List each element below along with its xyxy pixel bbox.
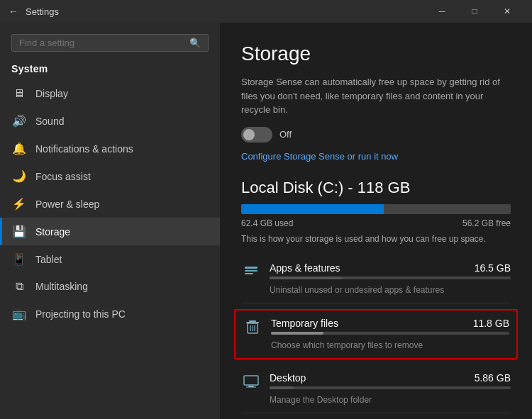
apps-size: 16.5 GB (475, 262, 511, 274)
sidebar-section-title: System (0, 60, 220, 80)
desktop-info: Desktop 5.86 GB Manage the Desktop folde… (270, 372, 511, 406)
usage-bar (241, 204, 511, 214)
sidebar-item-label-power-sleep: Power & sleep (35, 199, 99, 210)
storage-item-temp[interactable]: Temporary files 11.8 GB Choose which tem… (234, 309, 518, 359)
desktop-bar (270, 386, 511, 389)
free-label: 56.2 GB free (462, 218, 511, 228)
sidebar-item-focus-assist[interactable]: 🌙 Focus assist (0, 162, 220, 190)
sound-icon: 🔊 (11, 114, 27, 128)
sidebar-item-multitasking[interactable]: ⧉ Multitasking (0, 273, 220, 300)
temp-icon (243, 319, 262, 340)
content-area: Storage Storage Sense can automatically … (220, 23, 532, 419)
temp-info: Temporary files 11.8 GB Choose which tem… (271, 318, 509, 351)
sidebar-item-label-focus-assist: Focus assist (35, 171, 91, 182)
notifications-icon: 🔔 (11, 142, 27, 155)
svg-rect-1 (245, 270, 257, 272)
temp-bar-fill (271, 332, 323, 335)
svg-rect-9 (244, 376, 258, 385)
sidebar-item-tablet[interactable]: 📱 Tablet (0, 245, 220, 273)
toggle-label: Off (279, 129, 292, 140)
temp-bar (271, 332, 509, 335)
main-layout: 🔍 System 🖥 Display 🔊 Sound 🔔 Notificatio… (0, 23, 532, 419)
sidebar-item-sound[interactable]: 🔊 Sound (0, 107, 220, 135)
temp-header: Temporary files 11.8 GB (271, 318, 509, 329)
used-label: 62.4 GB used (241, 218, 293, 228)
sidebar-item-label-projecting: Projecting to this PC (35, 308, 126, 320)
desktop-icon (241, 374, 261, 393)
sidebar-item-display[interactable]: 🖥 Display (0, 80, 220, 107)
sidebar-item-label-storage: Storage (35, 226, 70, 238)
apps-header: Apps & features 16.5 GB (270, 262, 511, 274)
focus-assist-icon: 🌙 (11, 169, 27, 183)
title-bar: ← Settings ─ □ ✕ (0, 0, 532, 23)
sidebar-item-label-sound: Sound (35, 116, 64, 127)
storage-item-apps[interactable]: Apps & features 16.5 GB Uninstall unused… (241, 255, 511, 303)
window-controls: ─ □ ✕ (426, 0, 523, 23)
window-title: Settings (26, 6, 426, 17)
svg-rect-2 (245, 273, 253, 274)
sidebar-item-projecting[interactable]: 📺 Projecting to this PC (0, 300, 220, 328)
usage-bar-fill (241, 204, 384, 214)
usage-note: This is how your storage is used and how… (241, 234, 511, 244)
sidebar-item-label-tablet: Tablet (35, 254, 62, 265)
svg-rect-4 (249, 320, 256, 322)
sidebar-item-storage[interactable]: 💾 Storage (0, 218, 220, 245)
usage-labels: 62.4 GB used 56.2 GB free (241, 218, 511, 228)
display-icon: 🖥 (11, 87, 27, 100)
apps-desc: Uninstall unused or undesired apps & fea… (270, 285, 444, 295)
desktop-bar-fill (270, 386, 294, 389)
svg-rect-0 (245, 267, 257, 269)
apps-info: Apps & features 16.5 GB Uninstall unused… (270, 262, 511, 296)
back-button[interactable]: ← (9, 6, 18, 17)
storage-item-desktop[interactable]: Desktop 5.86 GB Manage the Desktop folde… (241, 365, 511, 413)
desktop-header: Desktop 5.86 GB (270, 372, 511, 384)
search-icon: 🔍 (189, 38, 201, 48)
storage-icon: 💾 (11, 225, 27, 238)
temp-desc: Choose which temporary files to remove (271, 340, 423, 350)
search-input[interactable] (19, 38, 189, 48)
maximize-button[interactable]: □ (458, 0, 491, 23)
temp-name: Temporary files (271, 318, 338, 329)
storage-sense-toggle-row: Off (241, 127, 511, 143)
desktop-name: Desktop (270, 372, 306, 384)
desktop-size: 5.86 GB (475, 372, 511, 384)
apps-name: Apps & features (270, 262, 340, 274)
temp-size: 11.8 GB (473, 318, 509, 329)
sidebar-item-notifications[interactable]: 🔔 Notifications & actions (0, 135, 220, 162)
projecting-icon: 📺 (11, 307, 27, 320)
close-button[interactable]: ✕ (491, 0, 523, 23)
storage-sense-description: Storage Sense can automatically free up … (241, 75, 511, 117)
desktop-desc: Manage the Desktop folder (270, 395, 372, 405)
configure-storage-sense-link[interactable]: Configure Storage Sense or run it now (241, 151, 398, 162)
sidebar: 🔍 System 🖥 Display 🔊 Sound 🔔 Notificatio… (0, 23, 220, 419)
sidebar-item-label-display: Display (35, 88, 68, 99)
toggle-knob (243, 129, 255, 140)
sidebar-item-power-sleep[interactable]: ⚡ Power & sleep (0, 190, 220, 218)
page-title: Storage (241, 43, 511, 65)
sidebar-item-label-notifications: Notifications & actions (35, 143, 133, 155)
search-box[interactable]: 🔍 (11, 34, 209, 52)
sidebar-item-label-multitasking: Multitasking (35, 281, 88, 292)
multitasking-icon: ⧉ (11, 280, 27, 293)
storage-sense-toggle[interactable] (241, 127, 272, 143)
disk-title: Local Disk (C:) - 118 GB (241, 179, 511, 197)
tablet-icon: 📱 (11, 252, 27, 266)
apps-bar-fill (270, 276, 342, 279)
apps-bar (270, 276, 511, 279)
minimize-button[interactable]: ─ (426, 0, 458, 23)
power-sleep-icon: ⚡ (11, 197, 27, 211)
apps-icon (241, 264, 261, 283)
